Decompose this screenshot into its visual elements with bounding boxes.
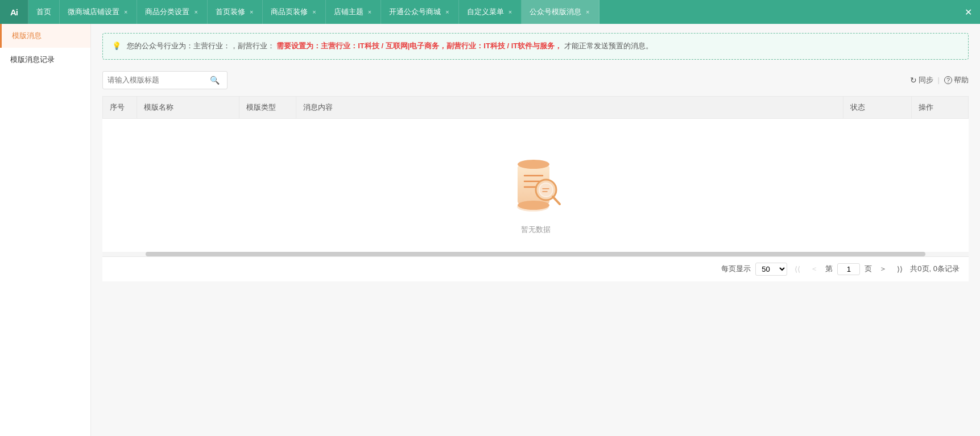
bulb-icon: 💡 — [112, 41, 121, 50]
notice-box: 💡 您的公众号行业为：主营行业：，副营行业： 需要设置为：主营行业：IT科技 /… — [102, 33, 969, 60]
pagination: 每页显示 50 20 100 ⟨⟨ ＜ 第 页 ＞ ⟩⟩ 共0页, 0条记录 — [102, 256, 969, 281]
sidebar: 模版消息 模版消息记录 — [0, 24, 91, 436]
pagination-prev-button[interactable]: ＜ — [808, 263, 821, 275]
data-table: 序号 模版名称 模版类型 消息内容 状态 操作 — [102, 96, 969, 252]
pagination-last-button[interactable]: ⟩⟩ — [894, 264, 905, 275]
pagination-total: 共0页, 0条记录 — [910, 264, 960, 274]
content-area: 💡 您的公众号行业为：主营行业：，副营行业： 需要设置为：主营行业：IT科技 /… — [91, 24, 980, 436]
search-button[interactable]: 🔍 — [210, 76, 220, 85]
tab-close-category[interactable]: × — [193, 7, 199, 16]
pagination-first-button[interactable]: ⟨⟨ — [792, 264, 803, 275]
sync-icon: ↻ — [910, 76, 917, 85]
tab-close-openmarket[interactable]: × — [444, 7, 450, 16]
tab-close-theme[interactable]: × — [367, 7, 373, 16]
svg-point-4 — [518, 201, 549, 210]
svg-point-3 — [518, 160, 549, 169]
tab-custommenu[interactable]: 自定义菜单 × — [459, 0, 522, 24]
tab-close-custommenu[interactable]: × — [507, 7, 513, 16]
empty-icon — [502, 147, 570, 215]
col-header-index: 序号 — [103, 96, 137, 118]
tab-templatemsg[interactable]: 公众号模版消息 × — [522, 0, 599, 24]
tab-close-homepage[interactable]: × — [249, 7, 254, 16]
tab-theme[interactable]: 店铺主题 × — [326, 0, 381, 24]
sidebar-item-template-msg-record[interactable]: 模版消息记录 — [0, 48, 90, 72]
tab-openmarket[interactable]: 开通公众号商城 × — [381, 0, 458, 24]
col-header-type: 模版类型 — [239, 96, 296, 118]
tab-weshop[interactable]: 微商城店铺设置 × — [60, 0, 137, 24]
table-header: 序号 模版名称 模版类型 消息内容 状态 操作 — [103, 96, 969, 118]
scrollbar-row[interactable] — [102, 252, 969, 256]
tab-close-weshop[interactable]: × — [123, 7, 129, 16]
page-label-post: 页 — [865, 264, 872, 274]
col-header-status: 状态 — [843, 96, 912, 118]
pagination-next-button[interactable]: ＞ — [876, 263, 890, 275]
tab-productpage[interactable]: 商品页装修 × — [263, 0, 325, 24]
tab-home[interactable]: 首页 — [28, 0, 60, 24]
table-wrapper: 序号 模版名称 模版类型 消息内容 状态 操作 — [102, 96, 969, 281]
toolbar-divider: | — [938, 76, 940, 84]
tab-bar: Ai 首页 微商城店铺设置 × 商品分类设置 × 首页装修 × 商品页装修 × … — [0, 0, 980, 24]
search-input-wrap[interactable]: 🔍 — [102, 71, 228, 89]
toolbar-right: ↻ 同步 | ? 帮助 — [910, 75, 969, 85]
col-header-action: 操作 — [912, 96, 969, 118]
col-header-content: 消息内容 — [296, 96, 843, 118]
page-label-pre: 第 — [825, 264, 833, 274]
sync-button[interactable]: ↻ 同步 — [910, 75, 933, 85]
empty-text: 暂无数据 — [103, 225, 969, 235]
help-button[interactable]: ? 帮助 — [944, 75, 969, 85]
tab-close-templatemsg[interactable]: × — [585, 7, 590, 16]
empty-state: 暂无数据 — [103, 119, 969, 252]
window-close-button[interactable]: ✕ — [957, 7, 980, 18]
page-size-label: 每页显示 — [721, 264, 751, 274]
tab-close-productpage[interactable]: × — [311, 7, 317, 16]
svg-point-10 — [540, 184, 552, 196]
svg-line-11 — [553, 197, 560, 204]
sidebar-item-template-msg[interactable]: 模版消息 — [0, 24, 90, 48]
table-body: 暂无数据 — [103, 118, 969, 252]
scrollbar-thumb[interactable] — [146, 252, 925, 256]
main-layout: 模版消息 模版消息记录 💡 您的公众号行业为：主营行业：，副营行业： 需要设置为… — [0, 24, 980, 436]
col-header-name: 模版名称 — [137, 96, 239, 118]
app-logo: Ai — [0, 0, 28, 24]
search-input[interactable] — [107, 76, 210, 84]
tab-category[interactable]: 商品分类设置 × — [137, 0, 207, 24]
search-bar: 🔍 ↻ 同步 | ? 帮助 — [102, 71, 969, 89]
help-icon: ? — [944, 76, 952, 84]
tab-homepage[interactable]: 首页装修 × — [208, 0, 263, 24]
page-size-select[interactable]: 50 20 100 — [755, 263, 787, 276]
page-current-input[interactable] — [837, 263, 860, 275]
